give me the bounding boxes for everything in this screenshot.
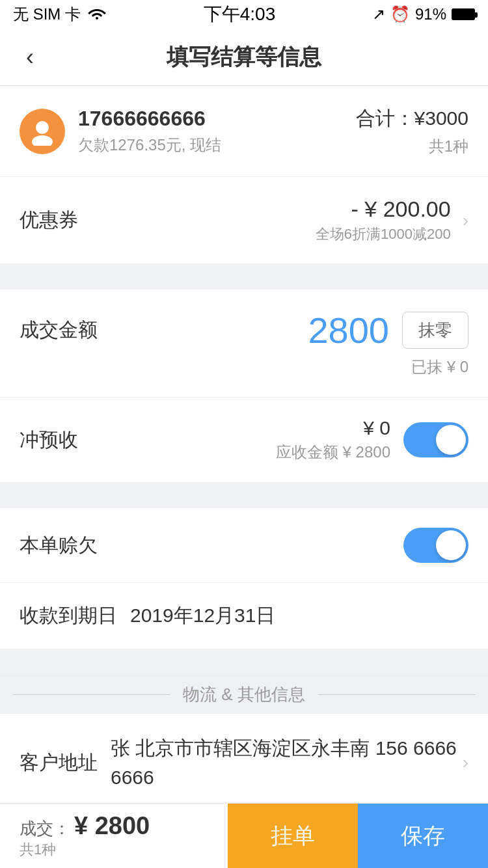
address-text: 张 北京市市辖区海淀区永丰南 156 6666 6666: [111, 733, 457, 792]
battery-icon: [452, 8, 475, 20]
due-date: 2019年12月31日: [130, 603, 275, 629]
separator-1: [0, 277, 488, 290]
amount-card: 成交金额 2800 抹零 已抹 ¥ 0 冲预收 ¥ 0 应收金额 ¥ 2800: [0, 290, 488, 482]
separator-2: [0, 495, 488, 508]
bottom-deal-label: 成交：: [20, 817, 70, 840]
amount-label: 成交金额: [20, 317, 98, 344]
amount-section: 成交金额 2800 抹零 已抹 ¥ 0: [0, 290, 488, 397]
separator-3: [0, 662, 488, 675]
sim-icon: 无 SIM 卡: [13, 4, 81, 25]
coupon-desc: 全场6折满1000减200: [316, 224, 451, 244]
alarm-icon: ⏰: [390, 5, 410, 23]
chevron-right-icon: ›: [463, 210, 468, 231]
coupon-amount: - ¥ 200.00: [316, 197, 451, 222]
svg-point-0: [36, 121, 49, 134]
debt-toggle[interactable]: [403, 528, 468, 563]
hang-button[interactable]: 挂单: [228, 804, 358, 868]
total-sub: 共1种: [356, 136, 468, 157]
status-bar-time: 下午4:03: [204, 2, 276, 27]
customer-phone: 17666666666: [78, 107, 356, 131]
status-bar-left: 无 SIM 卡: [13, 4, 107, 25]
prepay-sub: 应收金额 ¥ 2800: [276, 442, 390, 463]
section-divider: 物流 & 其他信息: [0, 675, 488, 714]
toggle-thumb: [436, 425, 466, 455]
save-button[interactable]: 保存: [358, 804, 488, 868]
address-row[interactable]: 客户地址 张 北京市市辖区海淀区永丰南 156 6666 6666 ›: [0, 714, 488, 811]
nav-bar: ‹ 填写结算等信息: [0, 29, 488, 86]
round-button[interactable]: 抹零: [402, 312, 468, 349]
location-icon: ↗: [372, 5, 385, 23]
section-divider-text: 物流 & 其他信息: [183, 683, 305, 706]
amount-row: 成交金额 2800 抹零: [20, 309, 468, 351]
bottom-info: 成交： ¥ 2800 共1种: [0, 804, 228, 868]
coupon-right: - ¥ 200.00 全场6折满1000减200 ›: [316, 197, 468, 244]
status-bar-right: ↗ ⏰ 91%: [372, 5, 475, 23]
customer-sub: 欠款1276.35元, 现结: [78, 135, 356, 156]
address-chevron-icon: ›: [463, 752, 468, 773]
amount-sub: 已抹 ¥ 0: [20, 357, 468, 377]
customer-card: 17666666666 欠款1276.35元, 现结 合计：¥3000 共1种 …: [0, 86, 488, 264]
content: 17666666666 欠款1276.35元, 现结 合计：¥3000 共1种 …: [0, 86, 488, 868]
prepay-right: ¥ 0 应收金额 ¥ 2800: [276, 417, 468, 463]
amount-right: 2800 抹零: [308, 309, 468, 351]
customer-total: 合计：¥3000 共1种: [356, 105, 468, 157]
total-amount: 合计：¥3000: [356, 105, 468, 132]
coupon-row[interactable]: 优惠券 - ¥ 200.00 全场6折满1000减200 ›: [0, 176, 488, 264]
divider-line-left: [13, 694, 170, 695]
due-label: 收款到期日: [20, 603, 117, 629]
bottom-bar: 成交： ¥ 2800 共1种 挂单 保存: [0, 803, 488, 868]
bottom-count: 共1种: [20, 840, 208, 860]
customer-info: 17666666666 欠款1276.35元, 现结: [78, 107, 356, 156]
prepay-label: 冲预收: [20, 427, 78, 454]
prepay-val: ¥ 0: [276, 417, 390, 439]
back-button[interactable]: ‹: [20, 37, 40, 77]
debt-toggle-thumb: [436, 530, 466, 560]
address-label: 客户地址: [20, 750, 98, 776]
prepay-amount: ¥ 0 应收金额 ¥ 2800: [276, 417, 390, 463]
debt-row: 本单赊欠: [0, 508, 488, 582]
customer-row: 17666666666 欠款1276.35元, 现结 合计：¥3000 共1种: [0, 86, 488, 176]
coupon-label: 优惠券: [20, 207, 78, 234]
bottom-deal-amount: ¥ 2800: [74, 812, 150, 840]
prepay-toggle[interactable]: [403, 422, 468, 457]
debt-card: 本单赊欠 收款到期日 2019年12月31日: [0, 508, 488, 649]
address-card: 客户地址 张 北京市市辖区海淀区永丰南 156 6666 6666 ›: [0, 714, 488, 811]
debt-label: 本单赊欠: [20, 532, 98, 559]
svg-point-1: [32, 135, 53, 146]
wifi-icon: [87, 5, 107, 23]
coupon-amount-block: - ¥ 200.00 全场6折满1000减200: [316, 197, 451, 244]
divider-line-right: [318, 694, 475, 695]
amount-value: 2800: [308, 309, 389, 351]
due-date-row: 收款到期日 2019年12月31日: [0, 582, 488, 649]
status-bar: 无 SIM 卡 下午4:03 ↗ ⏰ 91%: [0, 0, 488, 29]
avatar: [20, 109, 65, 154]
page-title: 填写结算等信息: [167, 42, 321, 72]
prepay-row: 冲预收 ¥ 0 应收金额 ¥ 2800: [0, 397, 488, 482]
bottom-deal-line: 成交： ¥ 2800: [20, 812, 208, 840]
battery-text: 91%: [415, 5, 446, 23]
